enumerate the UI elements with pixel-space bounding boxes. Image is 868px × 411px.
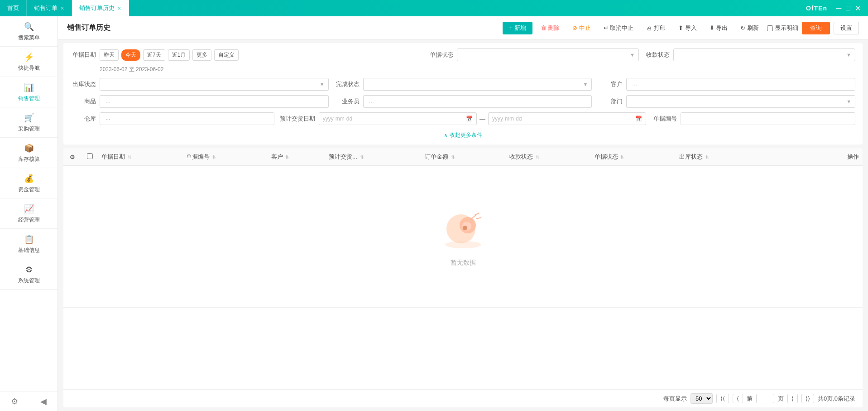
table-body: 暂无数据 [63,166,863,308]
search-menu-icon: 🔍 [24,22,34,32]
delivery-date-end[interactable]: yyyy-mm-dd 📅 [488,112,646,125]
collapse-bar[interactable]: ∧ 收起更多条件 [71,130,855,139]
tab-home[interactable]: 首页 [0,0,27,16]
sidebar-item-purchase[interactable]: 🛒 采购管理 [0,107,58,138]
tab-list: 首页 销售订单 ✕ 销售订单历史 ✕ [0,0,129,16]
sidebar-item-sales[interactable]: 📊 销售管理 [0,77,58,107]
maximize-btn[interactable]: □ [846,4,850,12]
th-delivery-status-sort-icon[interactable]: ⇅ [705,155,709,160]
import-button[interactable]: ⬆ 导入 [674,22,701,34]
sidebar-item-system-label: 系统管理 [18,277,40,285]
payment-status-select[interactable]: ▼ [673,48,855,61]
date-yesterday[interactable]: 昨天 [100,49,119,61]
cancel-stop-button[interactable]: ↩ 取消中止 [599,22,638,34]
th-no-sort-icon[interactable]: ⇅ [212,155,216,160]
toolbar: + 新增 🗑 删除 ⊘ 中止 ↩ 取消中止 🖨 打印 ⬆ 导入 ⬇ 导出 ↻ 刷… [503,22,859,39]
empty-illustration [436,206,490,251]
table-section: ⚙ 单据日期 ⇅ 单据编号 ⇅ [63,148,863,407]
date-today[interactable]: 今天 [121,49,140,61]
salesperson-dots: ··· [367,98,376,105]
sidebar: 🔍 搜索菜单 ⚡ 快捷导航 📊 销售管理 🛒 采购管理 📦 库存核算 💰 资金管… [0,16,58,411]
sidebar-item-search-label: 搜索菜单 [18,34,40,42]
th-action: 操作 [800,148,863,166]
tab-sales-order-history-close[interactable]: ✕ [117,5,121,11]
empty-text: 暂无数据 [451,259,476,267]
delivery-date-start[interactable]: yyyy-mm-dd 📅 [319,112,477,125]
calendar-start-icon[interactable]: 📅 [466,116,473,122]
date-custom[interactable]: 自定义 [214,49,239,61]
table-header-row: ⚙ 单据日期 ⇅ 单据编号 ⇅ [63,148,863,166]
minimize-btn[interactable]: ─ [836,4,841,12]
sidebar-item-quicknav[interactable]: ⚡ 快捷导航 [0,47,58,77]
tab-sales-order-close[interactable]: ✕ [60,5,64,11]
date-range-text: 2023-06-02 至 2023-06-02 [100,66,163,73]
stop-button[interactable]: ⊘ 中止 [568,22,595,34]
sidebar-settings-icon[interactable]: ⚙ [11,396,18,406]
salesperson-input[interactable]: ··· [363,95,592,108]
settings-button[interactable]: 设置 [834,22,859,34]
department-select[interactable]: ▼ [626,95,855,108]
refresh-button[interactable]: ↻ 刷新 [736,22,763,34]
last-page-btn[interactable]: ⟩⟩ [801,394,814,403]
empty-row: 暂无数据 [63,166,863,308]
sidebar-collapse-icon[interactable]: ◀ [40,396,47,406]
th-payment-status: 收款状态 ⇅ [506,148,590,166]
collapse-label: 收起更多条件 [450,131,482,139]
total-text: 共0页,0条记录 [818,395,855,403]
page-number-input[interactable]: 1 [756,394,774,403]
department-label: 部门 [597,97,623,106]
th-delivery-date-label: 预计交货... [329,153,357,160]
print-button[interactable]: 🖨 打印 [642,22,671,34]
tab-sales-order-history[interactable]: 销售订单历史 ✕ [72,0,129,16]
close-btn[interactable]: ✕ [855,4,861,13]
date-1month[interactable]: 近1月 [168,49,190,61]
th-delivery-status: 出库状态 ⇅ [676,148,800,166]
th-payment-status-sort-icon[interactable]: ⇅ [536,155,539,160]
gear-col-icon[interactable]: ⚙ [70,154,75,160]
date-more[interactable]: 更多 [192,49,211,61]
date-7days[interactable]: 近7天 [143,49,165,61]
sidebar-item-search[interactable]: 🔍 搜索菜单 [0,16,58,47]
th-customer-sort-icon[interactable]: ⇅ [285,155,289,160]
customer-input[interactable]: ··· [626,78,855,91]
sidebar-item-system[interactable]: ⚙ 系统管理 [0,259,58,290]
th-payment-status-label: 收款状态 [509,153,533,160]
product-input[interactable]: ··· [100,95,329,108]
sidebar-item-operations[interactable]: 📈 经营管理 [0,198,58,229]
next-page-btn[interactable]: ⟩ [787,394,798,403]
select-all-checkbox[interactable] [87,153,93,159]
filter-date-item: 单据日期 昨天 今天 近7天 近1月 更多 自定义 [71,49,422,61]
sidebar-item-purchase-label: 采购管理 [18,125,40,133]
warehouse-input[interactable]: ··· [100,112,274,125]
filter-order-no-item: 单据编号 [652,112,855,125]
product-label: 商品 [71,97,96,106]
sidebar-item-inventory[interactable]: 📦 库存核算 [0,138,58,168]
show-cols-checkbox[interactable] [767,25,773,31]
delete-button[interactable]: 🗑 删除 [536,22,565,34]
show-cols-text: 显示明细 [775,24,798,32]
th-delivery-date-sort-icon[interactable]: ⇅ [360,155,364,160]
filter-delivery-status-item: 出库状态 ▼ [71,78,329,91]
first-page-btn[interactable]: ⟨⟨ [716,394,729,403]
tab-sales-order[interactable]: 销售订单 ✕ [27,0,72,16]
th-date-label: 单据日期 [101,153,125,160]
per-page-select[interactable]: 50 [691,393,713,404]
th-amount-sort-icon[interactable]: ⇅ [451,155,455,160]
th-date-sort-icon[interactable]: ⇅ [128,155,131,160]
complete-status-select[interactable]: ▼ [363,78,592,91]
th-gear: ⚙ [63,148,82,166]
order-no-input[interactable] [681,112,855,125]
delivery-status-select[interactable]: ▼ [100,78,329,91]
delivery-date-label: 预计交货日期 [280,115,315,123]
inventory-icon: 📦 [24,143,34,153]
new-button[interactable]: + 新增 [503,22,532,34]
export-button[interactable]: ⬇ 导出 [705,22,733,34]
purchase-icon: 🛒 [24,113,34,123]
sidebar-item-basic-info[interactable]: 📋 基础信息 [0,229,58,259]
sidebar-item-finance[interactable]: 💰 资金管理 [0,168,58,198]
th-order-status-sort-icon[interactable]: ⇅ [620,155,624,160]
query-button[interactable]: 查询 [802,22,830,34]
prev-page-btn[interactable]: ⟨ [733,394,743,403]
calendar-end-icon[interactable]: 📅 [635,116,642,122]
order-status-select[interactable]: ▼ [457,48,639,61]
